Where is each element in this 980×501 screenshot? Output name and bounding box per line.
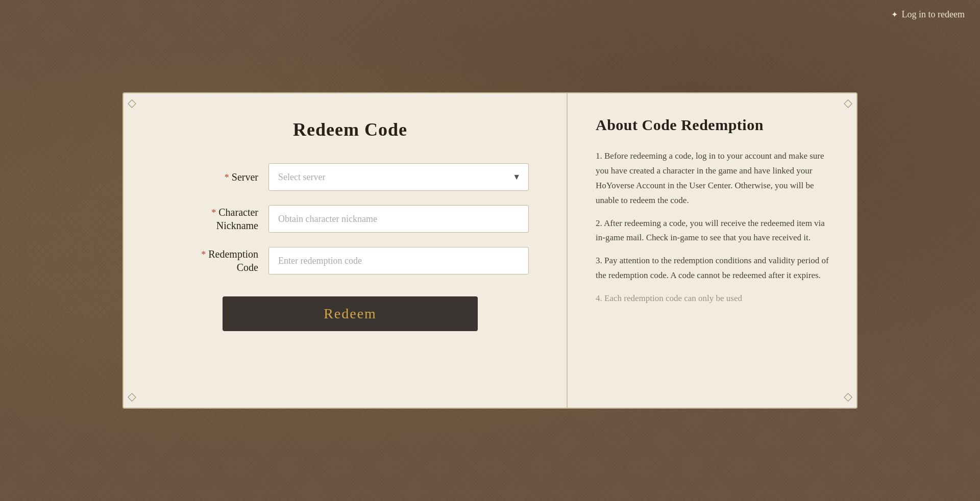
info-point-4: 4. Each redemption code can only be used bbox=[596, 291, 831, 306]
server-select-wrapper: Select server Asia America Europe TW, HK… bbox=[268, 163, 529, 191]
server-select[interactable]: Select server Asia America Europe TW, HK… bbox=[268, 163, 529, 191]
character-nickname-label: *CharacterNickname bbox=[172, 206, 258, 232]
info-title: About Code Redemption bbox=[596, 116, 831, 134]
server-label: *Server bbox=[172, 170, 258, 184]
character-nickname-input[interactable] bbox=[268, 205, 529, 233]
right-panel: About Code Redemption 1. Before redeemin… bbox=[568, 93, 856, 408]
corner-decoration-tl: ◇ bbox=[128, 97, 143, 113]
form-title: Redeem Code bbox=[293, 119, 407, 140]
dialog-card: ◇ ◇ ◇ ◇ Redeem Code *Server Select serve… bbox=[122, 92, 857, 409]
info-point-3: 3. Pay attention to the redemption condi… bbox=[596, 254, 831, 283]
login-label: Log in to redeem bbox=[902, 9, 965, 20]
redemption-code-required-star: * bbox=[201, 249, 206, 260]
character-nickname-row: *CharacterNickname bbox=[172, 205, 529, 233]
left-panel: Redeem Code *Server Select server Asia A… bbox=[124, 93, 568, 408]
login-to-redeem-button[interactable]: ✦ Log in to redeem bbox=[876, 0, 980, 29]
redeem-button[interactable]: Redeem bbox=[223, 296, 478, 331]
redemption-code-row: *RedemptionCode bbox=[172, 247, 529, 274]
character-nickname-required-star: * bbox=[211, 208, 216, 218]
info-point-2: 2. After redeeming a code, you will rece… bbox=[596, 216, 831, 246]
redemption-code-label: *RedemptionCode bbox=[172, 247, 258, 274]
server-row: *Server Select server Asia America Europ… bbox=[172, 163, 529, 191]
star-icon: ✦ bbox=[891, 10, 898, 19]
form-body: *Server Select server Asia America Europ… bbox=[172, 163, 529, 331]
server-required-star: * bbox=[225, 172, 229, 183]
corner-decoration-bl: ◇ bbox=[128, 388, 143, 404]
info-point-1: 1. Before redeeming a code, log in to yo… bbox=[596, 149, 831, 208]
redemption-code-input[interactable] bbox=[268, 247, 529, 274]
info-text: 1. Before redeeming a code, log in to yo… bbox=[596, 149, 831, 306]
